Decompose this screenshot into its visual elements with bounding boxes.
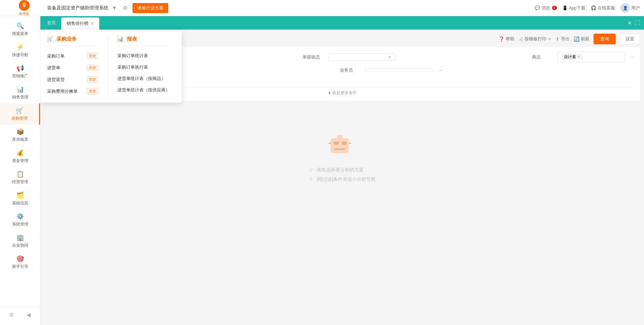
user-item[interactable]: 👤 用户	[620, 3, 640, 13]
sidebar-item-basicinfo[interactable]: 🗂️ 基础信息	[0, 188, 40, 209]
refresh-btn[interactable]: 🔄 刷新	[574, 36, 589, 42]
collapse-icon: ⬆	[328, 91, 331, 95]
sidebar-collapse-btn[interactable]: ◀	[24, 310, 34, 320]
sidebar-label-sales: 销售管理	[12, 94, 28, 100]
export-btn[interactable]: ⬆ 导出	[556, 36, 570, 42]
menu-item-po-stats[interactable]: 采购订单统计表	[116, 50, 171, 62]
help-label: 帮助	[506, 36, 514, 42]
sidebar-item-quicknav[interactable]: ⚡ 快捷导航	[0, 40, 40, 61]
sidebar-item-search[interactable]: 🔍 搜索菜单	[0, 19, 40, 40]
print-chevron-icon[interactable]: ▼	[548, 37, 551, 41]
sidebar-item-guide[interactable]: 🎯 新手引导	[0, 252, 40, 273]
empty-state: ① 请先选择要分析的方案 ② 用[过滤]条件来缩小分析范围	[44, 105, 640, 211]
empty-robot-svg	[325, 131, 359, 158]
menu-item-return-label: 进货退货	[47, 77, 65, 83]
menu-item-receipt-supplier-label: 进货单统计表（按供应商）	[117, 87, 170, 93]
menu-item-return[interactable]: 进货退货 历史	[46, 74, 100, 85]
svg-rect-4	[337, 135, 343, 139]
sidebar-item-finance[interactable]: 💰 资金管理	[0, 146, 40, 167]
tab-close-all-icon[interactable]: ✕	[628, 20, 632, 26]
status-label: 单据状态	[302, 54, 323, 60]
tab-close-icon[interactable]: ✕	[91, 21, 94, 26]
query-button[interactable]: 查询	[594, 34, 616, 44]
return-history-badge: 历史	[87, 76, 98, 83]
sidebar-label-system: 系统管理	[12, 221, 28, 227]
avatar: 👤	[620, 3, 630, 13]
dropdown-menu: 🛒 采购业务 采购订单 历史 进货单 历史 进货退货 历史 采购费用分摊单	[40, 30, 182, 103]
menu-item-receipt-label: 进货单	[47, 65, 60, 71]
expense-history-badge: 历史	[87, 88, 98, 94]
sidebar-item-marketing[interactable]: 📢 营销推广	[0, 61, 40, 82]
salesman-control[interactable]	[365, 69, 433, 72]
export-label: 导出	[561, 36, 570, 42]
industry-button[interactable]: 体验行业方案	[133, 3, 168, 13]
menu-item-receipt[interactable]: 进货单 历史	[46, 62, 100, 74]
receipt-history-badge: 历史	[87, 65, 98, 71]
menu-item-po[interactable]: 采购订单 历史	[46, 50, 100, 62]
inventory-icon: 📦	[16, 128, 24, 135]
tab-sales-rank[interactable]: 销售排行榜 ✕	[61, 17, 99, 30]
tab-fullscreen-icon[interactable]: ⛶	[635, 20, 640, 26]
menu-item-expense[interactable]: 采购费用分摊单 历史	[46, 85, 100, 97]
help-btn[interactable]: ❓ 帮助	[499, 36, 514, 42]
report-section-icon: 📊	[116, 35, 124, 43]
app-download-label: App下载	[569, 5, 585, 11]
tab-sales-rank-label: 销售排行榜	[67, 21, 88, 27]
status-control[interactable]: ▼	[328, 53, 395, 61]
system-name: 装备及固定资产辅助管理系统	[47, 5, 108, 11]
menu-divider	[108, 35, 108, 97]
status-chevron-icon: ▼	[388, 55, 392, 59]
app-download-item[interactable]: 📱 App下载	[562, 5, 585, 11]
salesman-dots[interactable]: ···	[438, 67, 442, 73]
message-badge: 5	[552, 6, 557, 10]
menu-item-po-exec[interactable]: 采购订单执行表	[116, 62, 171, 73]
menu-item-po-exec-label: 采购订单执行表	[117, 64, 148, 70]
goods-control[interactable]: 设计素 ✕	[558, 52, 625, 62]
settings-button[interactable]: 设置	[620, 34, 640, 44]
basicinfo-icon: 🗂️	[16, 192, 24, 199]
header-dropdown-icon[interactable]: ▼	[111, 5, 118, 11]
menu-item-receipt-goods-label: 进货单统计表（按商品）	[117, 76, 166, 82]
menu-item-po-stats-label: 采购订单统计表	[117, 53, 148, 59]
online-service-item[interactable]: 🎧 在线客服	[591, 5, 615, 11]
tab-bar-right: ✕ ⛶	[628, 16, 643, 30]
menu-section-report-header: 📊 报表	[116, 35, 171, 46]
goods-label: 商品	[532, 54, 552, 60]
menu-item-receipt-supplier[interactable]: 进货单统计表（按供应商）	[116, 84, 171, 96]
purchase-section-title: 采购业务	[57, 36, 77, 42]
message-item[interactable]: 💬 消息 5	[535, 5, 557, 11]
sidebar-label-finance: 资金管理	[12, 158, 28, 164]
tab-bar: 首页 销售排行榜 ✕ ✕ ⛶	[40, 16, 644, 30]
svg-rect-3	[334, 148, 346, 150]
header-gear-icon[interactable]: ⚙	[120, 3, 130, 13]
sidebar-label-guide: 新手引导	[12, 264, 28, 270]
headset-icon: 🎧	[591, 5, 596, 10]
print-btn[interactable]: 🖨 按模板打印 ▼	[518, 36, 551, 42]
report-section-title: 报表	[127, 36, 137, 42]
sidebar-label-inventory: 库存核算	[12, 137, 28, 143]
menu-item-receipt-goods[interactable]: 进货单统计表（按商品）	[116, 73, 171, 84]
refresh-label: 刷新	[581, 36, 589, 42]
tab-home[interactable]: 首页	[42, 16, 61, 30]
goods-tag-close-icon[interactable]: ✕	[577, 55, 580, 59]
sidebar-item-sales[interactable]: 📊 销售管理	[0, 82, 40, 104]
top-header: 6 标准版 装备及固定资产辅助管理系统 ▼ ⚙ 体验行业方案 💬 消息 5 📱 …	[0, 0, 644, 16]
sidebar-settings-btn[interactable]: ⚙	[6, 310, 16, 320]
online-service-label: 在线客服	[598, 5, 615, 11]
logo-text: 标准版	[19, 11, 29, 16]
collab-icon: 🏢	[16, 234, 24, 241]
sidebar-item-operations[interactable]: 📋 经营管理	[0, 167, 40, 188]
sidebar-item-collab[interactable]: 🏢 企业协同	[0, 231, 40, 252]
sidebar-label-operations: 经营管理	[12, 179, 28, 185]
svg-rect-1	[334, 141, 339, 145]
sidebar-item-purchase[interactable]: 🛒 采购管理	[0, 104, 40, 125]
sidebar-item-inventory[interactable]: 📦 库存核算	[0, 125, 40, 146]
search-icon: 🔍	[16, 22, 24, 30]
help-icon: ❓	[499, 36, 504, 42]
goods-dots[interactable]: ···	[630, 54, 635, 60]
message-icon: 💬	[535, 5, 540, 10]
sidebar-label-purchase: 采购管理	[11, 116, 28, 121]
empty-hint-1: ① 请先选择要分析的方案	[309, 165, 376, 174]
sidebar-item-system[interactable]: ⚙️ 系统管理	[0, 209, 40, 231]
collapse-text: 收起更多条件	[332, 90, 357, 96]
